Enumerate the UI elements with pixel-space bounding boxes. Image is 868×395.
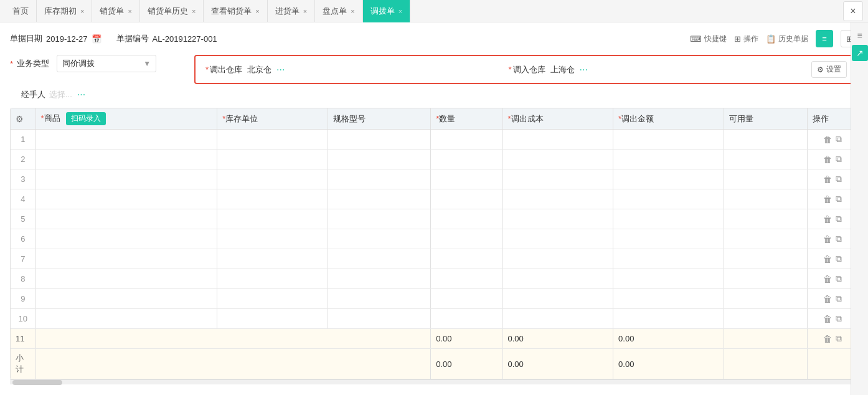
copy-icon-6[interactable]: ⧉ — [836, 234, 842, 244]
copy-icon-11[interactable]: ⧉ — [836, 333, 842, 344]
delete-icon-4[interactable]: 🗑 — [823, 194, 832, 204]
settings-button[interactable]: ⚙ 设置 — [811, 61, 847, 78]
amount-cell-9[interactable] — [613, 289, 724, 309]
product-cell-1[interactable] — [35, 130, 217, 150]
amount-cell-7[interactable] — [613, 249, 724, 269]
unit-cell-1[interactable] — [217, 130, 328, 150]
delete-icon-1[interactable]: 🗑 — [823, 135, 832, 145]
product-cell-10[interactable] — [35, 309, 217, 329]
qty-cell-7[interactable] — [431, 249, 502, 269]
available-cell-1[interactable] — [724, 130, 807, 150]
sidebar-export-icon[interactable]: ↗ — [852, 45, 868, 61]
copy-icon-3[interactable]: ⧉ — [836, 174, 842, 184]
delete-icon-11[interactable]: 🗑 — [823, 334, 832, 344]
spec-cell-9[interactable] — [328, 289, 430, 309]
unit-cell-4[interactable] — [217, 189, 328, 209]
spec-cell-3[interactable] — [328, 169, 430, 189]
tab-close-sales-order[interactable]: × — [128, 7, 131, 15]
qty-cell-10[interactable] — [431, 309, 502, 329]
available-cell-10[interactable] — [724, 309, 807, 329]
available-cell-5[interactable] — [724, 209, 807, 229]
tab-home[interactable]: 首页 — [5, 0, 37, 22]
available-cell-8[interactable] — [724, 269, 807, 289]
cost-cell-6[interactable] — [502, 229, 613, 249]
amount-cell-10[interactable] — [613, 309, 724, 329]
copy-icon-10[interactable]: ⧉ — [836, 313, 842, 324]
available-cell-6[interactable] — [724, 229, 807, 249]
spec-cell-5[interactable] — [328, 209, 430, 229]
qty-cell-3[interactable] — [431, 169, 502, 189]
tab-close-sales-history[interactable]: × — [192, 7, 196, 15]
qty-cell-8[interactable] — [431, 269, 502, 289]
tab-stocktake[interactable]: 盘点单 × — [315, 0, 362, 22]
unit-cell-2[interactable] — [217, 150, 328, 169]
manager-placeholder[interactable]: 选择... — [49, 89, 72, 100]
delete-icon-2[interactable]: 🗑 — [823, 155, 832, 164]
spec-cell-4[interactable] — [328, 189, 430, 209]
scrollbar-thumb[interactable] — [12, 380, 62, 385]
spec-cell-7[interactable] — [328, 249, 430, 269]
copy-icon-9[interactable]: ⧉ — [836, 293, 842, 304]
cost-cell-1[interactable] — [502, 130, 613, 150]
copy-icon-7[interactable]: ⧉ — [836, 254, 842, 264]
unit-cell-5[interactable] — [217, 209, 328, 229]
delete-icon-6[interactable]: 🗑 — [823, 234, 832, 244]
copy-icon-4[interactable]: ⧉ — [836, 194, 842, 204]
shortcut-button[interactable]: ⌨ 快捷键 — [690, 34, 727, 44]
cost-cell-2[interactable] — [502, 150, 613, 169]
product-cell-2[interactable] — [35, 150, 217, 169]
copy-icon-5[interactable]: ⧉ — [836, 214, 842, 224]
horizontal-scrollbar[interactable] — [10, 379, 858, 384]
available-cell-3[interactable] — [724, 169, 807, 189]
amount-cell-6[interactable] — [613, 229, 724, 249]
qty-cell-1[interactable] — [431, 130, 502, 150]
sidebar-list-icon[interactable]: ≡ — [852, 27, 868, 44]
cost-cell-8[interactable] — [502, 269, 613, 289]
product-cell-8[interactable] — [35, 269, 217, 289]
amount-cell-3[interactable] — [613, 169, 724, 189]
spec-cell-8[interactable] — [328, 269, 430, 289]
window-close-button[interactable]: × — [843, 1, 863, 21]
delete-icon-10[interactable]: 🗑 — [823, 314, 832, 324]
amount-cell-8[interactable] — [613, 269, 724, 289]
product-cell-6[interactable] — [35, 229, 217, 249]
unit-cell-7[interactable] — [217, 249, 328, 269]
history-button[interactable]: 📋 历史单据 — [766, 34, 808, 44]
unit-cell-8[interactable] — [217, 269, 328, 289]
list-view-button[interactable]: ≡ — [816, 30, 833, 47]
delete-icon-3[interactable]: 🗑 — [823, 174, 832, 184]
unit-cell-10[interactable] — [217, 309, 328, 329]
copy-icon-2[interactable]: ⧉ — [836, 154, 842, 164]
cost-cell-10[interactable] — [502, 309, 613, 329]
amount-cell-5[interactable] — [613, 209, 724, 229]
spec-cell-6[interactable] — [328, 229, 430, 249]
qty-cell-2[interactable] — [431, 150, 502, 169]
operation-button[interactable]: ⊞ 操作 — [734, 34, 758, 44]
spec-cell-1[interactable] — [328, 130, 430, 150]
amount-cell-1[interactable] — [613, 130, 724, 150]
unit-cell-9[interactable] — [217, 289, 328, 309]
tab-purchase-order[interactable]: 进货单 × — [268, 0, 315, 22]
cost-cell-5[interactable] — [502, 209, 613, 229]
product-cell-4[interactable] — [35, 189, 217, 209]
manager-more-icon[interactable]: ··· — [77, 89, 85, 100]
unit-cell-3[interactable] — [217, 169, 328, 189]
cost-cell-9[interactable] — [502, 289, 613, 309]
spec-cell-2[interactable] — [328, 150, 430, 169]
delete-icon-5[interactable]: 🗑 — [823, 214, 832, 224]
tab-close-inventory-init[interactable]: × — [80, 7, 84, 15]
tab-sales-order[interactable]: 销货单 × — [92, 0, 139, 22]
unit-cell-6[interactable] — [217, 229, 328, 249]
qty-cell-9[interactable] — [431, 289, 502, 309]
tab-close-stocktake[interactable]: × — [351, 7, 354, 15]
cost-cell-4[interactable] — [502, 189, 613, 209]
qty-cell-5[interactable] — [431, 209, 502, 229]
delete-icon-8[interactable]: 🗑 — [823, 274, 832, 284]
product-cell-5[interactable] — [35, 209, 217, 229]
available-cell-9[interactable] — [724, 289, 807, 309]
tab-sales-history[interactable]: 销货单历史 × — [140, 0, 204, 22]
available-cell-7[interactable] — [724, 249, 807, 269]
copy-icon-1[interactable]: ⧉ — [836, 134, 842, 145]
product-cell-9[interactable] — [35, 289, 217, 309]
table-settings-icon[interactable]: ⚙ — [16, 114, 24, 124]
